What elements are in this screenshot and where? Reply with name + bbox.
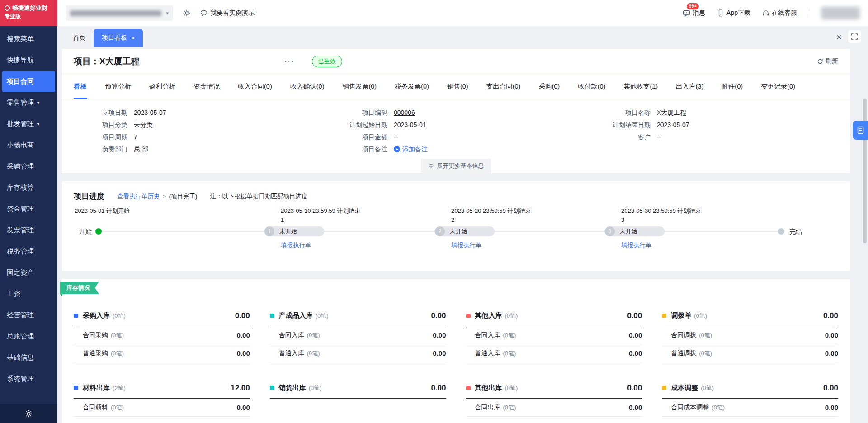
fill-execution-link[interactable]: 填报执行单 — [451, 241, 482, 249]
inventory-group-header[interactable]: 成本调整(0笔)0.00 — [662, 378, 838, 399]
detail-tab-14[interactable]: 附件(0) — [722, 74, 743, 99]
detail-tab-11[interactable]: 收付款(0) — [578, 74, 605, 99]
page-title: 项目：X大厦工程 — [74, 56, 140, 67]
sidebar-settings[interactable] — [0, 404, 57, 423]
detail-tab-10[interactable]: 采购(0) — [538, 74, 560, 99]
detail-tab-4[interactable]: 收入合同(0) — [238, 74, 272, 99]
detail-tab-7[interactable]: 税务发票(0) — [395, 74, 429, 99]
refresh-icon — [817, 58, 823, 65]
settings-gear-button[interactable] — [183, 9, 190, 17]
inventory-group-header[interactable]: 产成品入库(0笔)0.00 — [270, 306, 446, 326]
sidebar-item-0[interactable]: 搜索菜单 — [2, 28, 55, 50]
inventory-group-header[interactable]: 材料出库(2笔)12.00 — [74, 378, 250, 399]
user-account-redacted[interactable] — [821, 7, 860, 19]
detail-tab-3[interactable]: 资金情况 — [193, 74, 220, 99]
detail-tab-12[interactable]: 其他收支(1) — [623, 74, 658, 99]
demo-link[interactable]: 我要看实例演示 — [200, 9, 255, 17]
inventory-sub-row[interactable]: 普通入库(0笔)0.00 — [270, 344, 446, 362]
inventory-sub-row[interactable]: 合同调拨(0笔)0.00 — [662, 326, 838, 344]
sidebar-item-16[interactable]: 系统管理 — [2, 368, 55, 390]
inventory-group-header[interactable]: 其他入库(0笔)0.00 — [466, 306, 642, 326]
inventory-sub-label: 合同入库 — [475, 331, 500, 339]
inventory-group-header[interactable]: 调拨单(0笔)0.00 — [662, 306, 838, 326]
page-tab-0[interactable]: 首页 — [65, 29, 94, 47]
sidebar-item-7[interactable]: 库存核算 — [2, 177, 55, 198]
chat-bubble-icon — [200, 9, 208, 17]
inventory-sub-row[interactable]: 合同领料(0笔)0.00 — [74, 399, 250, 417]
detail-tab-15[interactable]: 变更记录(0) — [761, 74, 795, 99]
sidebar-item-10[interactable]: 税务管理 — [2, 241, 55, 262]
sidebar-item-13[interactable]: 经营管理 — [2, 305, 55, 326]
tab-label: 项目看板 — [102, 34, 127, 42]
inventory-count: (0笔) — [113, 312, 126, 320]
inventory-sub-value: 0.00 — [237, 331, 250, 339]
sidebar-item-9[interactable]: 发票管理 — [2, 220, 55, 241]
sidebar-item-4[interactable]: 批发管理▾ — [2, 113, 55, 135]
detail-tab-1[interactable]: 预算分析 — [105, 74, 131, 99]
floating-report-button[interactable] — [853, 121, 868, 140]
sidebar-item-12[interactable]: 工资 — [2, 283, 55, 305]
info-value[interactable]: +添加备注 — [394, 145, 428, 153]
sidebar-item-8[interactable]: 资金管理 — [2, 198, 55, 220]
fill-execution-link[interactable]: 填报执行单 — [281, 241, 311, 249]
color-square-icon — [466, 386, 471, 390]
inventory-group-3: 调拨单(0笔)0.00合同调拨(0笔)0.00普通调拨(0笔)0.00 — [662, 306, 838, 362]
inventory-group-header[interactable]: 采购入库(0笔)0.00 — [74, 306, 250, 326]
sidebar-item-label: 经营管理 — [7, 311, 34, 320]
detail-tab-5[interactable]: 收入确认(0) — [290, 74, 325, 99]
milestone-node: 2 — [435, 226, 445, 236]
info-row: 项目周期7 — [62, 133, 324, 141]
inventory-sub-row[interactable]: 普通入库(0笔)0.00 — [466, 344, 642, 362]
page-tab-1[interactable]: 项目看板× — [94, 29, 143, 47]
sidebar-item-1[interactable]: 快捷导航 — [2, 50, 55, 71]
headset-icon — [762, 9, 769, 17]
inventory-title: 调拨单 — [671, 311, 691, 320]
inventory-group-0: 采购入库(0笔)0.00合同采购(0笔)0.00普通采购(0笔)0.00 — [74, 306, 250, 362]
detail-tab-2[interactable]: 盈利分析 — [149, 74, 175, 99]
inventory-sub-row[interactable]: 普通调拨(0笔)0.00 — [662, 344, 838, 362]
timeline-end-dot — [778, 228, 784, 235]
org-select[interactable]: ▾ — [66, 5, 173, 21]
execution-history-link[interactable]: 查看执行单历史 — [117, 193, 160, 201]
vertical-scrollbar[interactable] — [863, 49, 867, 421]
more-menu-button[interactable]: ··· — [284, 57, 295, 66]
detail-tab-9[interactable]: 支出合同(0) — [486, 74, 521, 99]
info-value: 2023-05-07 — [134, 108, 166, 117]
sidebar-item-11[interactable]: 固定资产 — [2, 262, 55, 283]
milestone-name: 1 — [281, 216, 284, 223]
inventory-sub-row[interactable]: 普通采购(0笔)0.00 — [74, 344, 250, 362]
expand-more-button[interactable]: 展开更多基本信息 — [421, 159, 491, 173]
inventory-group-header[interactable]: 其他出库(0笔)0.00 — [466, 378, 642, 399]
app-download-button[interactable]: App下载 — [717, 9, 750, 17]
inventory-sub-row[interactable]: 合同入库(0笔)0.00 — [466, 326, 642, 344]
detail-tab-13[interactable]: 出入库(3) — [676, 74, 703, 99]
inventory-sub-row[interactable]: 合同入库(0笔)0.00 — [270, 326, 446, 344]
fullscreen-button[interactable] — [848, 30, 861, 43]
project-detail-tabs: 看板预算分析盈利分析资金情况收入合同(0)收入确认(0)销售发票(0)税务发票(… — [62, 74, 850, 99]
sidebar-item-15[interactable]: 基础信息 — [2, 347, 55, 368]
inventory-sub-row[interactable]: 合同采购(0笔)0.00 — [74, 326, 250, 344]
inventory-sub-row[interactable]: 合同出库(0笔)0.00 — [466, 399, 642, 417]
sidebar-item-2[interactable]: 项目合同 — [2, 71, 55, 92]
milestone-name: 2 — [451, 216, 454, 223]
online-service-button[interactable]: 在线客服 — [762, 9, 797, 17]
main-content: 项目：X大厦工程 ··· 已生效 刷新 看板预算分析盈利分析资金情况收入合同(0… — [57, 47, 868, 423]
close-icon[interactable]: × — [131, 35, 135, 41]
sidebar-item-3[interactable]: 零售管理▾ — [2, 92, 55, 113]
sidebar-item-14[interactable]: 总账管理 — [2, 326, 55, 347]
sidebar-item-5[interactable]: 小畅电商 — [2, 135, 55, 156]
close-icon[interactable]: × — [835, 32, 844, 42]
detail-tab-6[interactable]: 销售发票(0) — [342, 74, 377, 99]
info-label: 项目备注 — [324, 145, 387, 153]
detail-tab-8[interactable]: 销售(0) — [447, 74, 468, 99]
fill-execution-link[interactable]: 填报执行单 — [621, 241, 652, 249]
info-value[interactable]: 000006 — [394, 108, 415, 117]
inventory-sub-count: (0笔) — [712, 404, 725, 412]
messages-button[interactable]: 99+ 消息 — [683, 9, 705, 17]
inventory-group-header[interactable]: 销货出库(0笔)0.00 — [270, 378, 446, 399]
sidebar-item-6[interactable]: 采购管理 — [2, 156, 55, 177]
refresh-button[interactable]: 刷新 — [817, 57, 838, 66]
inventory-sub-row[interactable]: 合同成本调整(0笔)0.00 — [662, 399, 838, 417]
detail-tab-0[interactable]: 看板 — [74, 74, 87, 99]
scrollbar-thumb[interactable] — [863, 99, 867, 243]
